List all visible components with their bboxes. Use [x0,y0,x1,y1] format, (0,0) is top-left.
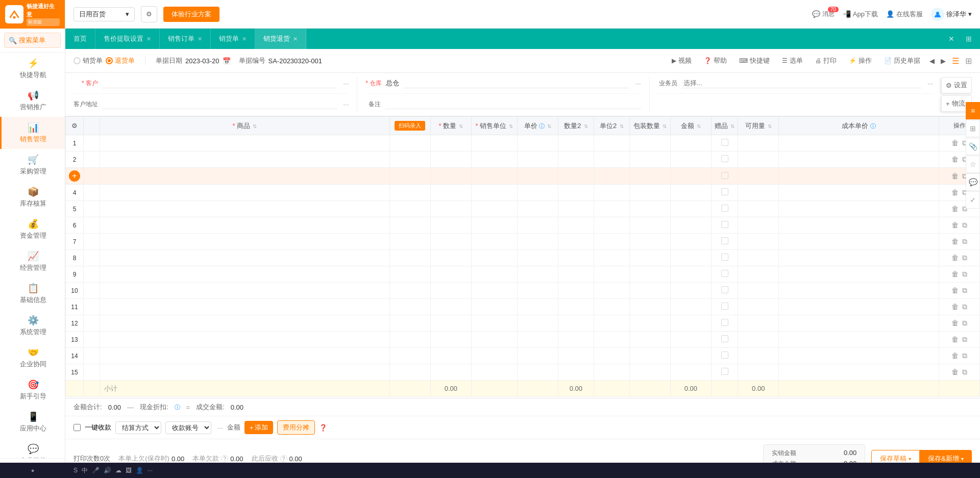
grid-view-icon[interactable]: ⊞ [965,56,972,66]
unit2-cell[interactable] [594,135,629,152]
goods-cell[interactable] [100,315,390,332]
qty2-cell[interactable] [558,315,594,332]
amount-cell[interactable] [670,168,711,185]
delete-row-icon[interactable]: 🗑 [951,351,959,360]
unit-cell[interactable] [471,283,517,299]
qty-cell[interactable] [430,234,471,250]
qty2-cell[interactable] [558,217,594,234]
unit-cell[interactable] [471,348,517,364]
pack-qty-cell[interactable] [629,266,670,283]
qty2-cell[interactable] [558,135,594,152]
list-view-icon[interactable]: ☰ [952,56,959,66]
pack-qty-cell[interactable] [629,201,670,217]
copy-row-icon[interactable]: ⧉ [962,286,967,294]
unit-cell[interactable] [471,135,517,152]
price-cell[interactable] [517,135,558,152]
add-payment-button[interactable]: + 添加 [244,421,274,434]
copy-row-icon[interactable]: ⧉ [962,319,967,327]
gift-cell[interactable] [711,299,738,315]
salesperson-input[interactable] [681,78,921,88]
account-more-button[interactable]: ··· [217,424,223,432]
delete-row-icon[interactable]: 🗑 [951,188,959,196]
delete-row-icon[interactable]: 🗑 [951,335,959,343]
delete-row-icon[interactable]: 🗑 [951,270,959,278]
float-btn-3[interactable]: 📎 [966,138,980,155]
sidebar-item-marketing[interactable]: 📢 营销推广 [0,85,65,117]
qty-cell[interactable] [430,266,471,283]
gift-checkbox[interactable] [721,368,728,375]
qty2-cell[interactable] [558,250,594,266]
delete-row-icon[interactable]: 🗑 [951,155,959,163]
copy-row-icon[interactable]: ⧉ [962,270,967,278]
unit-cell[interactable] [471,364,517,381]
amount-cell[interactable] [670,152,711,168]
gift-cell[interactable] [711,135,738,152]
pack-qty-cell[interactable] [629,364,670,381]
amount-cell[interactable] [670,299,711,315]
taskbar-zh-icon[interactable]: 中 [82,466,88,475]
qty2-cell[interactable] [558,152,594,168]
sidebar-item-enterprise[interactable]: 🤝 企业协同 [0,342,65,374]
qty-cell[interactable] [430,299,471,315]
user-menu-button[interactable]: 徐泽华 ▾ [931,8,972,21]
app-download-button[interactable]: 📲 App下载 [843,10,878,19]
sidebar-search[interactable]: 🔍 搜索菜单 [0,29,65,53]
unit-cell[interactable] [471,315,517,332]
unit2-cell[interactable] [594,217,629,234]
goods-sort-icon[interactable]: ⇅ [253,123,257,129]
amount-cell[interactable] [670,332,711,348]
gift-checkbox[interactable] [721,237,728,244]
next-record-icon[interactable]: ▶ [941,57,946,65]
pack-qty-cell[interactable] [629,299,670,315]
amount-cell[interactable] [670,217,711,234]
gift-cell[interactable] [711,152,738,168]
unit2-cell[interactable] [594,152,629,168]
gift-checkbox[interactable] [721,351,728,359]
copy-row-icon[interactable]: ⧉ [962,221,967,229]
unit-cell[interactable] [471,234,517,250]
unit-cell[interactable] [471,152,517,168]
delete-row-icon[interactable]: 🗑 [951,221,959,229]
warehouse-input[interactable] [403,78,629,88]
copy-row-icon[interactable]: ⧉ [962,351,967,360]
warehouse-more-button[interactable]: ··· [635,80,641,87]
gift-checkbox[interactable] [721,155,728,162]
delete-row-icon[interactable]: 🗑 [951,319,959,327]
address-more-button[interactable]: ··· [343,100,349,108]
pack-sort-icon[interactable]: ⇅ [663,123,667,129]
unit2-cell[interactable] [594,283,629,299]
goods-cell[interactable] [100,266,390,283]
copy-row-icon[interactable]: ⧉ [962,335,967,343]
video-button[interactable]: ▶ 视频 [669,54,695,67]
qty-cell[interactable] [430,315,471,332]
gift-cell[interactable] [711,364,738,381]
amount-cell[interactable] [670,250,711,266]
qty-cell[interactable] [430,185,471,201]
qty2-cell[interactable] [558,283,594,299]
sidebar-item-wechat[interactable]: 💬 企业微信 [0,438,65,458]
goods-input-cell[interactable] [100,168,390,185]
customer-service-button[interactable]: 👤 在线客服 [886,10,923,19]
print-button[interactable]: 🖨 打印 [812,54,840,67]
taskbar-more-icon[interactable]: ··· [148,467,153,474]
pack-qty-cell[interactable] [629,217,670,234]
price-cell[interactable] [517,315,558,332]
gift-cell[interactable] [711,283,738,299]
taskbar-image-icon[interactable]: 🖼 [126,467,132,474]
pack-qty-cell[interactable] [629,283,670,299]
sidebar-item-inventory[interactable]: 📦 库存核算 [0,181,65,213]
amount-cell[interactable] [670,283,711,299]
settings-side-button[interactable]: ⚙ 设置 [941,77,972,93]
qty-cell[interactable] [430,332,471,348]
qty-cell[interactable] [430,168,471,185]
qty2-cell[interactable] [558,299,594,315]
unit2-cell[interactable] [594,234,629,250]
delete-row-icon[interactable]: 🗑 [951,254,959,262]
price-cell[interactable] [517,201,558,217]
unit2-cell[interactable] [594,201,629,217]
gift-checkbox[interactable] [721,139,728,146]
qty-cell[interactable] [430,364,471,381]
price-cell[interactable] [517,185,558,201]
scan-button[interactable]: 扫码录入 [395,121,425,131]
unit2-cell[interactable] [594,348,629,364]
